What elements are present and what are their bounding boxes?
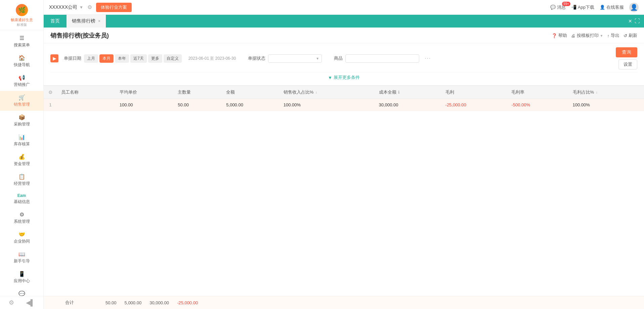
user-avatar[interactable]: 👤 <box>629 3 639 12</box>
cell-profit: -25,000.00 <box>441 99 508 111</box>
refresh-label: 刷新 <box>629 33 637 39</box>
help-button[interactable]: ❓ 帮助 <box>552 33 567 39</box>
sidebar-item-apps[interactable]: 📱 应用中心 <box>0 267 43 287</box>
filter-dots[interactable]: ··· <box>425 55 431 61</box>
sidebar-item-wechat[interactable]: 💬 企业微信 <box>0 287 43 296</box>
avatar-img: 👤 <box>630 4 638 11</box>
company-selector[interactable]: XXXXXX公司 ▼ <box>49 4 83 10</box>
message-button[interactable]: 💬 消息 99+ <box>550 4 566 10</box>
sidebar-item-collab[interactable]: 🤝 企业协同 <box>0 228 43 248</box>
footer-amount: 5,000.00 <box>121 300 146 305</box>
help-icon: ❓ <box>552 33 557 38</box>
set-button[interactable]: 设置 <box>618 59 637 69</box>
cell-profit-pct: 100.00% <box>569 99 644 111</box>
date-filter-label: 单据日期 <box>64 55 81 61</box>
purchase-icon: 📦 <box>18 114 25 120</box>
sidebar-item-label: 快捷导航 <box>14 62 30 68</box>
filter-area: ▶ 单据日期 上月 本月 本年 近7天 更多 自定义 2023-06-01 至 … <box>44 43 644 86</box>
message-icon: 💬 <box>550 5 556 10</box>
sidebar-item-basic[interactable]: Eam 基础信息 <box>0 190 43 208</box>
sidebar-item-inventory[interactable]: 📊 库存核算 <box>0 131 43 150</box>
company-dropdown-icon: ▼ <box>79 5 83 10</box>
sidebar-item-purchase[interactable]: 📦 采购管理 <box>0 111 43 131</box>
date-btn-group: 上月 本月 本年 近7天 更多 自定义 <box>84 54 182 63</box>
status-select-wrap <box>268 54 322 63</box>
sidebar-item-finance[interactable]: 💰 资金管理 <box>0 150 43 170</box>
tab-sales-ranking[interactable]: 销售排行榜 × <box>67 15 106 28</box>
print-icon: 🖨 <box>571 33 575 38</box>
th-name-label: 员工名称 <box>61 90 79 95</box>
goods-input[interactable] <box>345 54 419 63</box>
cell-name <box>57 99 116 111</box>
sidebar-item-search[interactable]: ☰ 搜索菜单 <box>0 32 43 51</box>
date-filter: 单据日期 上月 本月 本年 近7天 更多 自定义 <box>64 54 182 63</box>
topbar-gear-icon[interactable]: ⚙ <box>87 4 92 10</box>
collapse-icon[interactable]: ◀▌ <box>26 299 35 306</box>
expand-more-button[interactable]: ▼ 展开更多条件 <box>328 74 360 81</box>
online-service-button[interactable]: 👤 在线客服 <box>600 4 624 10</box>
settings-bottom-icon[interactable]: ⚙ <box>9 299 14 306</box>
tabbar-expand-icon[interactable]: ⛶ <box>635 18 640 24</box>
date-btn-last-month[interactable]: 上月 <box>84 54 98 63</box>
goods-filter-label: 商品 <box>334 55 343 61</box>
home-icon: 🏠 <box>18 55 25 61</box>
tab-close-icon[interactable]: × <box>98 19 100 23</box>
table-header: ⚙ 员工名称 平均单价 主数量 全额 <box>44 86 644 99</box>
filter-arrow-button[interactable]: ▶ <box>50 54 58 62</box>
basic-icon: Eam <box>17 193 26 198</box>
date-btn-more[interactable]: 更多 <box>148 54 162 63</box>
date-btn-this-month[interactable]: 本月 <box>99 54 114 63</box>
tabbar-close-button[interactable]: × <box>628 18 632 24</box>
th-qty: 主数量 <box>174 86 222 99</box>
sidebar-item-label: 企业协同 <box>14 239 30 244</box>
sales-pct-sort-icon[interactable]: ↕ <box>315 91 317 94</box>
th-amount: 全额 <box>222 86 280 99</box>
sidebar-nav: ☰ 搜索菜单 🏠 快捷导航 📢 营销推广 🛒 销售管理 📦 采购管理 📊 库存核… <box>0 30 43 296</box>
refresh-button[interactable]: ↺ 刷新 <box>624 33 637 39</box>
th-sales-pct-label: 销售收入占比% <box>284 90 314 95</box>
export-button[interactable]: ↑ 导出 <box>607 33 620 39</box>
sidebar-item-nav[interactable]: 🏠 快捷导航 <box>0 51 43 71</box>
print-button[interactable]: 🖨 按模板打印 ▼ <box>571 33 603 39</box>
th-cost: 成本全额 ℹ <box>375 86 441 99</box>
table-body: 1 100.00 50.00 5,000.00 100.00% 30,000.0… <box>44 99 644 111</box>
tabbar: 首页 销售排行榜 × × ⛶ <box>44 15 644 28</box>
online-service-label: 在线客服 <box>606 4 624 10</box>
data-table: ⚙ 员工名称 平均单价 主数量 全额 <box>44 86 644 111</box>
export-icon: ↑ <box>607 33 610 38</box>
sidebar-item-guide[interactable]: 📖 新手引导 <box>0 248 43 267</box>
date-btn-custom[interactable]: 自定义 <box>164 54 182 63</box>
footer-profit: -25,000.00 <box>173 300 202 305</box>
app-download-button[interactable]: 📲 App下载 <box>571 4 594 10</box>
footer-cost: 30,000.00 <box>145 300 173 305</box>
status-select[interactable] <box>268 54 322 63</box>
expand-more-row: ▼ 展开更多条件 <box>50 72 637 81</box>
query-button[interactable]: 查询 <box>616 47 637 57</box>
sidebar-item-label: 基础信息 <box>14 199 30 205</box>
date-btn-this-year[interactable]: 本年 <box>115 54 129 63</box>
footer-qty: 50.00 <box>101 300 121 305</box>
operations-icon: 📋 <box>18 173 25 180</box>
sidebar-item-operations[interactable]: 📋 经营管理 <box>0 170 43 190</box>
help-label: 帮助 <box>558 33 567 39</box>
print-label: 按模板打印 <box>577 33 599 39</box>
page-header-actions: ❓ 帮助 🖨 按模板打印 ▼ ↑ 导出 ↺ 刷新 <box>552 33 637 39</box>
trial-button[interactable]: 体验行业方案 <box>96 3 132 12</box>
search-menu-icon: ☰ <box>19 35 24 41</box>
app-logo-icon: 🌿 <box>16 4 28 16</box>
footer-amount-value: 5,000.00 <box>125 300 142 305</box>
sidebar-item-label: 经营管理 <box>14 181 30 187</box>
th-avg-price-label: 平均单价 <box>120 90 137 95</box>
th-amount-label: 全额 <box>226 90 235 95</box>
cost-info-icon[interactable]: ℹ <box>398 90 400 95</box>
table-settings-icon[interactable]: ⚙ <box>48 90 53 95</box>
sidebar-item-marketing[interactable]: 📢 营销推广 <box>0 71 43 91</box>
cell-qty: 50.00 <box>174 99 222 111</box>
sidebar-item-system[interactable]: ⚙ 系统管理 <box>0 208 43 228</box>
th-name: 员工名称 <box>57 86 116 99</box>
sidebar-item-sales[interactable]: 🛒 销售管理 <box>0 91 43 111</box>
date-btn-7days[interactable]: 近7天 <box>130 54 147 63</box>
profit-pct-sort-icon[interactable]: ↕ <box>596 91 598 94</box>
status-filter-label: 单据状态 <box>248 55 265 61</box>
tab-home[interactable]: 首页 <box>44 15 67 28</box>
